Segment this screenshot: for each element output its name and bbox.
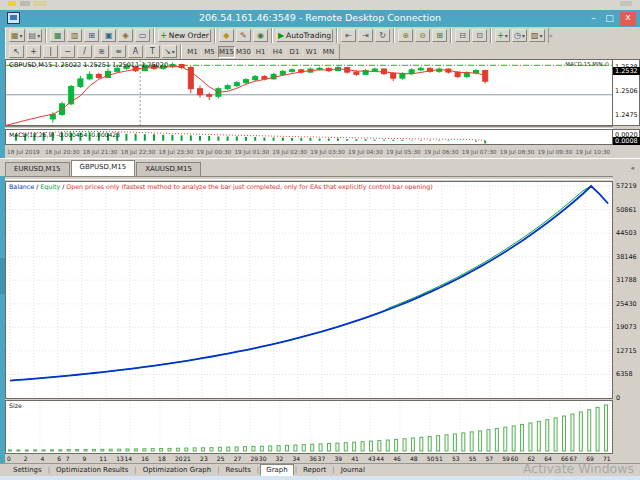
zoom-out-icon[interactable]: ⊖: [415, 29, 430, 42]
zoom-in-icon[interactable]: ⊕: [398, 29, 413, 42]
tester-tab-graph[interactable]: Graph: [260, 464, 293, 476]
size-xtick: 34: [292, 455, 300, 462]
timeframe-h1[interactable]: H1: [252, 46, 269, 58]
dropdown-arrow-icon[interactable]: ▾: [505, 30, 508, 42]
shapes-tool[interactable]: ↘▾: [162, 45, 177, 58]
tester-tab-optimization-results[interactable]: Optimization Results: [51, 465, 133, 475]
tester-splitter[interactable]: [5, 176, 613, 180]
tile-windows-icon[interactable]: ⊞: [432, 29, 447, 42]
status-strip: [0, 476, 640, 480]
size-xtick: 57: [485, 455, 493, 462]
timeframe-d1[interactable]: D1: [286, 46, 303, 58]
trendline-tool[interactable]: /: [77, 45, 92, 58]
dropdown-arrow-icon[interactable]: ▾: [172, 46, 175, 58]
time-label: 19 Jul 06:30: [424, 149, 459, 155]
label-tool[interactable]: T: [145, 45, 160, 58]
minimize-button[interactable]: –: [587, 13, 600, 25]
periods-icon[interactable]: ◷▾: [512, 29, 527, 42]
price-chart-pane[interactable]: GBPUSD,M15 1.25022 1.25251 1.25011 1.250…: [5, 59, 613, 126]
toolbar-overflow-icon[interactable]: »: [549, 32, 553, 40]
auto-scroll-icon[interactable]: ⇥: [358, 29, 373, 42]
size-axis: 0246791113141618202123252729303234363739…: [5, 454, 613, 463]
navigator-icon[interactable]: ◈: [118, 29, 133, 42]
tester-tab-results[interactable]: Results: [221, 465, 256, 475]
chart-tab-xauusd-m15[interactable]: XAUUSD,M15: [136, 162, 201, 176]
size-xtick: 25: [217, 455, 225, 462]
time-label: 19 Jul 08:30: [500, 149, 535, 155]
price-tick: 1.2506: [615, 87, 638, 95]
data-window-icon[interactable]: ▣: [101, 29, 116, 42]
price-scale: 1.25381.25061.24751.2532: [613, 59, 640, 126]
tester-graph-pane[interactable]: Balance / Equity / Open prices only (fas…: [5, 181, 613, 399]
new-order-button: +: [160, 30, 167, 42]
size-xtick: 32: [276, 455, 284, 462]
dropdown-arrow-icon[interactable]: ▾: [37, 30, 40, 42]
cursor-tool[interactable]: ↖: [9, 45, 24, 58]
market-watch-icon[interactable]: ⊞: [84, 29, 99, 42]
size-xtick: 9: [83, 455, 87, 462]
indicators-icon[interactable]: +▾: [495, 29, 510, 42]
size-xtick: 29: [250, 455, 258, 462]
graph-ytick: 25430: [616, 300, 637, 308]
host-fragment: [620, 1, 632, 6]
community-icon[interactable]: ◉: [253, 29, 268, 42]
tester-tab-settings[interactable]: Settings: [8, 465, 47, 475]
maximize-button[interactable]: □: [603, 13, 616, 25]
new-order-button[interactable]: +New Order: [158, 29, 211, 42]
timeframe-mn[interactable]: MN: [320, 46, 337, 58]
scroll-end-icon[interactable]: ↻: [375, 29, 390, 42]
time-label: 19 Jul 03:30: [310, 149, 345, 155]
tester-tab-journal[interactable]: Journal: [336, 465, 370, 475]
arrange-icon[interactable]: ⊡: [472, 29, 487, 42]
crosshair-tool[interactable]: +: [26, 45, 41, 58]
chart-style-icon[interactable]: ✎: [236, 29, 251, 42]
size-xtick: 11: [99, 455, 107, 462]
dropdown-arrow-icon[interactable]: ▾: [20, 30, 23, 42]
rdp-screen: 206.54.161.46:3549 - Remote Desktop Conn…: [0, 0, 640, 480]
indicator-badge-icon[interactable]: ⊙: [604, 61, 609, 67]
timeframe-w1[interactable]: W1: [303, 46, 320, 58]
time-label: 18 Jul 23:30: [159, 149, 194, 155]
hline-tool[interactable]: −: [60, 45, 75, 58]
timeframe-m1[interactable]: M1: [184, 46, 201, 58]
timeframe-m15[interactable]: M15: [218, 46, 235, 58]
window-layout-icon[interactable]: ▤▾: [27, 29, 43, 42]
macd-pane[interactable]: MACD(12,26,9) -0.000454 -0.000423: [5, 129, 613, 145]
size-pane[interactable]: Size: [5, 400, 613, 454]
channel-tool[interactable]: ≡: [111, 45, 126, 58]
dropdown-arrow-icon[interactable]: ▾: [522, 30, 525, 42]
timeframe-m30[interactable]: M30: [235, 46, 252, 58]
chart-tab-gbpusd-m15[interactable]: GBPUSD,M15: [71, 160, 136, 176]
close-button[interactable]: x: [620, 12, 636, 26]
autotrading-button[interactable]: ▶AutoTrading: [276, 29, 333, 42]
tab-scroll-left-icon[interactable]: ◂: [630, 164, 634, 172]
chart-tab-eurusd-m15[interactable]: EURUSD,M15: [5, 162, 70, 176]
tester-tab-report[interactable]: Report: [298, 465, 331, 475]
terminal-icon[interactable]: ▭: [135, 29, 150, 42]
timeframe-m5[interactable]: M5: [201, 46, 218, 58]
toolbar-group: ⊟⊡: [451, 28, 491, 43]
new-chart-icon[interactable]: ▦: [50, 29, 65, 42]
fibo-tool: ≋: [98, 46, 105, 58]
templates-icon[interactable]: ▨▾: [529, 29, 545, 42]
size-xtick: 20: [175, 455, 183, 462]
tester-tab-optimization-graph[interactable]: Optimization Graph: [138, 465, 216, 475]
toolbar-group: ▦▾▤▾: [5, 28, 46, 43]
dropdown-arrow-icon[interactable]: ▾: [540, 30, 543, 42]
chart-tabs-bar: ◂ EURUSD,M15GBPUSD,M15XAUUSD,M15: [0, 158, 640, 176]
cascade-icon[interactable]: ⊟: [455, 29, 470, 42]
chart-type-icon[interactable]: ▦▾: [9, 29, 25, 42]
indicator-badge-label: MACD 15 MIN: [565, 61, 602, 67]
legend-balance: Balance: [9, 183, 34, 190]
fibo-tool[interactable]: ≋: [94, 45, 109, 58]
activate-windows-watermark: Activate Windows: [523, 461, 634, 476]
trendline-tool: /: [83, 46, 86, 58]
text-tool[interactable]: A: [128, 45, 143, 58]
vline-tool[interactable]: |: [43, 45, 58, 58]
size-xtick: 39: [334, 455, 342, 462]
chart-shift-icon[interactable]: ⇤: [341, 29, 356, 42]
profiles-icon[interactable]: ▥: [67, 29, 82, 42]
metaeditor-icon[interactable]: ◆: [219, 29, 234, 42]
timeframe-h4[interactable]: H4: [269, 46, 286, 58]
current-price-box: 1.2532: [613, 67, 640, 75]
